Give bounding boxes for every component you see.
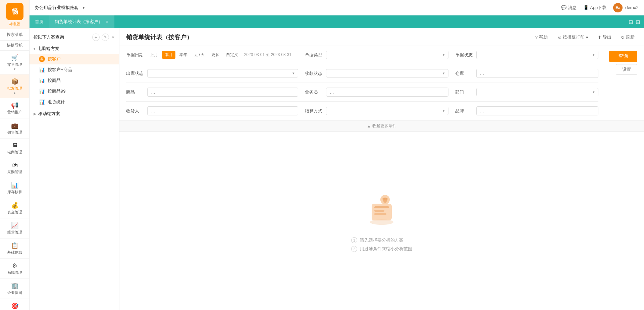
sidebar-quick-nav[interactable]: 快捷导航 — [0, 41, 29, 51]
query-button[interactable]: 查询 — [609, 51, 637, 62]
sidebar-item-system[interactable]: ⚙ 系统管理 — [0, 259, 29, 279]
pc-group-label: 电脑端方案 — [38, 46, 59, 52]
sidebar-item-enterprise[interactable]: 🏢 企业协同 — [0, 279, 29, 299]
sidebar-item-wholesale[interactable]: 📦 批发管理 ▴ — [0, 74, 29, 98]
message-icon: 💬 — [561, 5, 567, 10]
sidebar-item-finance[interactable]: 💰 资金管理 — [0, 198, 29, 218]
date-more-btn[interactable]: 更多 — [209, 51, 222, 59]
export-btn[interactable]: ⬆ 导出 — [595, 33, 614, 42]
filter-payment: 结算方式 ▾ — [305, 107, 448, 115]
scheme-by-goods[interactable]: 📊 按商品 — [30, 75, 119, 86]
sidebar-item-guide[interactable]: 🎯 新手引导 — [0, 299, 29, 310]
warehouse-dropdown[interactable]: … — [476, 69, 599, 78]
inventory-icon: 📊 — [11, 182, 18, 189]
sidebar: 畅 标准版 搜索菜单 快捷导航 🛒 零售管理 ▾ 📦 批发管理 ▴ 📢 营销推广… — [0, 0, 30, 310]
brand-dots: … — [480, 108, 484, 113]
user-profile[interactable]: Ea demo2 — [613, 3, 639, 12]
tab-maximize-btn[interactable]: ⊞ — [636, 19, 640, 25]
svg-point-6 — [383, 198, 385, 200]
settings-button[interactable]: 设置 — [616, 64, 637, 75]
customer-scheme-icon: 客 — [39, 56, 45, 62]
tab-sales-stats[interactable]: 销货单统计表（按客户） ✕ — [49, 15, 114, 28]
page-title: 销货单统计表（按客户） — [126, 33, 193, 41]
date-this-month-btn[interactable]: 本月 — [162, 51, 175, 59]
empty-hints: 1 请先选择要分析的方案 2 用过滤条件来缩小分析范围 — [351, 237, 412, 252]
operations-icon: 📈 — [11, 222, 18, 229]
brand-dropdown[interactable]: … — [476, 106, 599, 115]
collapse-more-conditions[interactable]: ▲ 收起更多条件 — [119, 120, 644, 132]
payment-label: 结算方式 — [305, 108, 323, 114]
edit-scheme-btn[interactable]: ✎ — [102, 34, 109, 41]
filter-row-4: 收货人 … 结算方式 ▾ — [126, 106, 598, 115]
mobile-group-header[interactable]: ▶ 移动端方案 — [30, 109, 119, 119]
sidebar-item-ecommerce[interactable]: 🖥 电商管理 — [0, 139, 29, 158]
goods-dots: … — [151, 90, 155, 95]
header-dropdown-btn[interactable]: ▾ — [83, 5, 85, 10]
sidebar-item-retail[interactable]: 🛒 零售管理 ▾ — [0, 51, 29, 74]
payment-dropdown[interactable]: ▾ — [326, 107, 448, 115]
date-last-month-btn[interactable]: 上月 — [147, 51, 161, 59]
date-this-year-btn[interactable]: 本年 — [177, 51, 190, 59]
scheme-by-goods-99[interactable]: 📊 按商品99 — [30, 86, 119, 97]
goods99-scheme-icon: 📊 — [39, 88, 45, 94]
scheme-return-stats[interactable]: 📊 退货统计 — [30, 97, 119, 107]
refresh-btn[interactable]: ↻ 刷新 — [618, 33, 637, 42]
logo-icon: 畅 — [6, 3, 23, 20]
scheme-by-customer[interactable]: 客 按客户 — [30, 54, 119, 64]
sidebar-item-sales[interactable]: 💼 销售管理 — [0, 118, 29, 139]
message-btn[interactable]: 💬 消息 — [561, 5, 577, 11]
doc-status-dropdown[interactable]: ▾ — [476, 51, 599, 59]
svg-point-7 — [385, 198, 387, 200]
page-actions: ? 帮助 🖨 按模板打印 ▾ ⬆ 导出 ↻ — [533, 33, 637, 42]
filter-cols-wrapper: 单据日期 上月 本月 本年 近7天 更多 自定义 — [126, 51, 598, 115]
add-scheme-btn[interactable]: + — [92, 34, 100, 41]
recipient-dropdown[interactable]: … — [147, 106, 298, 115]
sidebar-item-purchase[interactable]: 🛍 采购管理 — [0, 158, 29, 178]
scheme-by-customer-goods[interactable]: 📊 按客户+商品 — [30, 64, 119, 75]
goods-scheme-icon: 📊 — [39, 78, 45, 84]
sidebar-item-operations[interactable]: 📈 经营管理 — [0, 218, 29, 239]
dept-dropdown[interactable]: ▾ — [476, 88, 599, 96]
out-status-dropdown[interactable]: ▾ — [147, 69, 298, 78]
template-print-btn[interactable]: 🖨 按模板打印 ▾ — [554, 33, 591, 42]
app-download-btn[interactable]: 📱 App下载 — [583, 5, 606, 11]
out-status-label: 出库状态 — [126, 70, 145, 76]
date-range-text: 2023-03-01 至 2023-03-31 — [244, 52, 291, 58]
recipient-dots: … — [151, 108, 155, 113]
sidebar-search[interactable]: 搜索菜单 — [0, 29, 29, 41]
left-panel-title: 按以下方案查询 — [34, 34, 64, 40]
goods-label: 商品 — [126, 89, 145, 95]
purchase-icon: 🛍 — [12, 162, 18, 169]
svg-rect-1 — [372, 204, 392, 220]
sidebar-item-marketing[interactable]: 📢 营销推广 — [0, 98, 29, 118]
date-quick-buttons: 上月 本月 本年 近7天 更多 自定义 — [147, 51, 241, 59]
date-last-7-days-btn[interactable]: 近7天 — [192, 51, 207, 59]
tab-close-btn[interactable]: ✕ — [105, 19, 109, 24]
receipt-status-dropdown[interactable]: ▾ — [326, 69, 448, 78]
filter-row-3: 商品 … 业务员 … — [126, 88, 598, 102]
retail-arrow: ▾ — [14, 67, 15, 71]
empty-hint-2: 2 用过滤条件来缩小分析范围 — [351, 246, 412, 252]
goods-dropdown[interactable]: … — [147, 88, 298, 97]
doc-type-dropdown[interactable]: ▾ — [326, 51, 448, 59]
svg-rect-2 — [374, 206, 389, 208]
pc-group-header[interactable]: ▾ 电脑端方案 — [30, 44, 119, 54]
staff-dropdown[interactable]: … — [326, 88, 448, 97]
content-area: 按以下方案查询 + ✎ « ▾ 电脑端方案 客 按客户 📊 — [30, 28, 644, 310]
sidebar-item-inventory[interactable]: 📊 库存核算 — [0, 178, 29, 198]
wholesale-icon: 📦 — [11, 78, 18, 85]
tab-minimize-btn[interactable]: ⊟ — [629, 19, 633, 25]
collapse-left-panel-btn[interactable]: « — [111, 34, 115, 41]
sales-icon: 💼 — [11, 122, 18, 129]
date-custom-btn[interactable]: 自定义 — [223, 51, 241, 59]
left-panel-header: 按以下方案查询 + ✎ « — [30, 32, 119, 44]
tab-home[interactable]: 首页 — [30, 15, 49, 28]
staff-label: 业务员 — [305, 89, 323, 95]
filter-doc-status: 单据状态 ▾ — [455, 51, 599, 59]
sidebar-item-basic[interactable]: 📋 基础信息 — [0, 239, 29, 259]
refresh-icon: ↻ — [621, 35, 625, 40]
filter-area: 单据日期 上月 本月 本年 近7天 更多 自定义 — [119, 46, 644, 120]
doc-status-arrow-icon: ▾ — [593, 53, 595, 57]
mobile-group-label: 移动端方案 — [38, 111, 60, 117]
help-btn[interactable]: ? 帮助 — [533, 33, 550, 42]
